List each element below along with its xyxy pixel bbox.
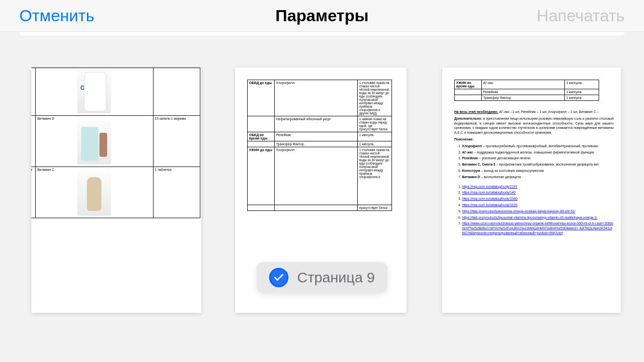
list-item: https://nsp.com.ru/catalog/body/1635 — [462, 203, 614, 208]
page-title: Параметры — [275, 6, 368, 25]
print-options-header: Отменить Параметры Напечатать — [0, 0, 644, 32]
list-item: АГ-икс – поддержка поджелудочной железы,… — [462, 150, 614, 155]
link[interactable]: https://www.ozon.ru/product/uksus-yabloc… — [462, 222, 613, 235]
link[interactable]: https://nsp.com.ru/catalog/body/1580 — [462, 197, 518, 200]
cell-text: Витамин C — [37, 168, 54, 171]
page-indicator-label: Страница 9 — [297, 269, 375, 286]
supplement-table: ОБЕД до едыХлорофилл1 столовая ложка на … — [247, 80, 392, 211]
checkmark-icon — [269, 268, 289, 287]
explanation-list: Хлорофилл – противогрибковый, противомик… — [462, 144, 614, 180]
settings-card — [19, 32, 625, 36]
supplement-table: Витамин D 15 капель с жирами УТРО после … — [31, 68, 200, 218]
link[interactable]: https://nsp.com.ru/catalog/body/140 — [462, 191, 516, 194]
list-item: https://nsp.com.ru/catalog/body/140 — [462, 190, 614, 195]
link[interactable]: https://nsp.com.ru/catalog/body/1197 — [462, 185, 518, 188]
table-row: ОБЕД во время едыРепейник1 капсула — [248, 132, 392, 141]
table-row: Репейник1 капсула — [455, 89, 599, 95]
table-row: УТРО после еды Витамин C 1 таблетка — [31, 167, 200, 218]
page-thumbnail-3[interactable]: УЖИН во время едыАГ-икс2 капсулы Репейни… — [442, 68, 621, 313]
list-item: https://www.ozon.ru/product/uksus-yabloc… — [462, 221, 614, 235]
table-row: Трансфер Фактор1 капсула — [248, 141, 392, 147]
product-image-omecap — [77, 70, 111, 113]
list-item: Хлорофилл – противогрибковый, противомик… — [462, 144, 614, 149]
list-item: https://itab.pro/products/avicenna-omega… — [462, 209, 614, 214]
page-indicator-toast[interactable]: Страница 9 — [257, 262, 388, 293]
list-item: https://nsp.com.ru/catalog/body/1580 — [462, 196, 614, 201]
table-row: УЖИН до едыХлорофилл1 столовая ложка на … — [248, 147, 392, 205]
link[interactable]: https://itab.pro/products/liposomal-vita… — [462, 216, 598, 219]
link[interactable]: https://itab.pro/products/avicenna-omega… — [462, 209, 575, 213]
table-row: Витамин D 15 капель с жирами — [31, 116, 200, 167]
table-row: присутствует белок — [248, 205, 392, 211]
list-item: Витамин D – восполнение дефицита — [462, 175, 614, 180]
product-image-vitamin-d — [77, 121, 111, 165]
print-preview-pages[interactable]: Витамин D 15 капель с жирами УТРО после … — [0, 68, 644, 362]
list-item: Репейник – усиление детоксикации печени — [462, 156, 614, 161]
table-row: Трансфер Фактор1 капсула — [455, 95, 599, 101]
page-thumbnail-1[interactable]: Витамин D 15 капель с жирами УТРО после … — [31, 68, 201, 313]
link[interactable]: https://nsp.com.ru/catalog/body/1635 — [462, 203, 518, 207]
cell-text: Витамин D — [37, 117, 54, 120]
table-row: Нефильтрованный яблочный уксус1 чайная л… — [248, 116, 392, 132]
cancel-button[interactable]: Отменить — [19, 6, 94, 25]
cell-text: УТРО после еды — [31, 167, 36, 218]
document-text: На весь этап необходимо: АГ-икс –1 шт, Р… — [454, 110, 614, 236]
table-row: УЖИН во время едыАГ-икс2 капсулы — [455, 80, 599, 89]
table-row — [31, 68, 200, 116]
cell-text: 15 капель с жирами — [153, 116, 200, 167]
list-item: https://nsp.com.ru/catalog/body/1197 — [462, 184, 614, 189]
print-button: Напечатать — [537, 6, 625, 25]
list-item: https://itab.pro/products/liposomal-vita… — [462, 215, 614, 220]
links-list: https://nsp.com.ru/catalog/body/1197 htt… — [462, 184, 614, 236]
table-row: ОБЕД до едыХлорофилл1 столовая ложка на … — [248, 80, 392, 116]
product-image-vitamin-c — [77, 172, 111, 216]
supplement-table: УЖИН во время едыАГ-икс2 капсулы Репейни… — [454, 80, 599, 101]
cell-text: 1 таблетка — [153, 167, 200, 218]
list-item: Колострум – выход из состояния иммуносуп… — [462, 168, 614, 173]
list-item: Витамин С, Омега-3 – профилактика тромбо… — [462, 162, 614, 167]
